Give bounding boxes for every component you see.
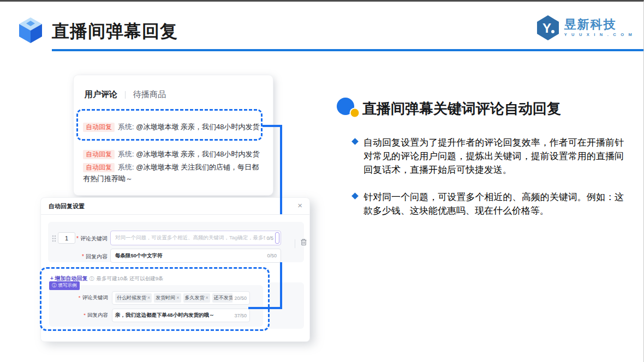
required-mark: * — [76, 236, 79, 242]
reply-input[interactable]: 每条限50个中文字符 0/50 — [110, 249, 281, 263]
title-underline — [52, 49, 644, 51]
feature-point: 自动回复设置为了提升作者的评论回复效率，作者可在开播前针对常见的评论用户问题，提… — [363, 136, 624, 177]
page-title: 直播间弹幕回复 — [52, 20, 178, 44]
page: 直播间弹幕回复 Y 昱新科技 Y U U X I N . C O M 用户评论 … — [0, 0, 644, 362]
tab-separator — [125, 91, 126, 99]
message-sender: 系统: — [118, 123, 134, 131]
example-keyword-label: *评论关键词 — [43, 294, 108, 301]
dialog-title: 自动回复设置 — [49, 202, 85, 210]
example-highlight-dashed-box: + 增加自动回复 ⓘ 最多可建10条 还可以创建9条 ⓘ 填写示例 *评论关键词… — [40, 267, 270, 331]
keyword-label: *评论关键词 — [50, 235, 108, 243]
diamond-bullet-icon — [351, 192, 359, 200]
required-mark: * — [82, 254, 84, 260]
reply-label: *回复内容 — [50, 253, 108, 261]
keyword-tag[interactable]: 发货时间× — [154, 293, 181, 303]
required-mark: * — [79, 294, 81, 300]
reply-counter: 0/50 — [267, 249, 277, 262]
message-sender: 系统: — [118, 163, 134, 171]
tag-close-icon[interactable]: × — [206, 295, 208, 300]
example-reply-value: 亲，我们这边都是下单48小时内发货的哦～ — [115, 312, 214, 319]
example-keyword-counter: 20/50 — [232, 292, 247, 304]
tag-close-icon[interactable]: × — [147, 295, 150, 300]
diamond-bullet-icon — [351, 138, 359, 145]
chat-message: 自动回复系统: @冰墩墩本墩 亲亲，我们48小时内发货 — [83, 121, 264, 132]
connector-line — [280, 262, 282, 309]
chat-message: 自动回复系统: @冰墩墩本墩 亲亲，我们48小时内发货 — [83, 148, 264, 160]
tab-pending-products[interactable]: 待播商品 — [133, 89, 166, 100]
brand-name: 昱新科技 — [564, 19, 634, 31]
auto-reply-badge: 自动回复 — [83, 150, 115, 159]
feature-heading: 直播间弹幕关键词评论自动回复 — [362, 99, 561, 118]
chat-bubbles-icon — [337, 98, 362, 122]
info-icon: ⓘ — [52, 282, 57, 289]
connector-line — [263, 125, 282, 127]
row-divider — [295, 239, 295, 248]
auto-reply-badge: 自动回复 — [83, 123, 115, 132]
chat-tabs: 用户评论 待播商品 — [85, 89, 166, 100]
required-mark: * — [84, 312, 86, 318]
svg-text:Y: Y — [542, 21, 551, 35]
info-icon: ⓘ — [90, 275, 94, 282]
example-reply-input[interactable]: 亲，我们这边都是下单48小时内发货的哦～ 37/50 — [112, 309, 250, 322]
cube-logo-icon — [18, 16, 43, 46]
dialog-divider — [41, 214, 309, 215]
tab-user-comments[interactable]: 用户评论 — [85, 89, 117, 100]
message-text: @冰墩墩本墩 亲亲，我们48小时内发货 — [136, 150, 259, 158]
connector-line — [248, 307, 282, 309]
auto-reply-badge: 自动回复 — [83, 163, 115, 172]
input-end-cap — [275, 232, 279, 244]
example-badge: ⓘ 填写示例 — [49, 281, 80, 290]
delete-rule-button[interactable] — [300, 238, 307, 248]
feature-point: 针对同一个问题，可设置多个相近的、高频的关键词。例如：这款多少钱、这块能优惠吗、… — [363, 190, 624, 218]
brand-domain: Y U U X I N . C O M — [564, 32, 634, 37]
brand-logo: Y 昱新科技 Y U U X I N . C O M — [535, 15, 634, 41]
keyword-tag[interactable]: 多久发货× — [183, 293, 210, 303]
close-icon[interactable]: × — [297, 200, 302, 212]
chat-card: 用户评论 待播商品 自动回复系统: @冰墩墩本墩 亲亲，我们48小时内发货 自动… — [74, 75, 273, 195]
keyword-tag[interactable]: 什么时候发货× — [115, 293, 152, 303]
keyword-input[interactable]: 对同一个问题，可设置多个相近、高频的关键词，Tag确定，最多5个 0/5 — [110, 231, 281, 245]
brand-hexagon-icon: Y — [535, 15, 560, 41]
rule-row-panel: 1 *评论关键词 对同一个问题，可设置多个相近、高频的关键词，Tag确定，最多5… — [48, 222, 304, 262]
tag-close-icon[interactable]: × — [176, 295, 179, 300]
example-reply-label: *回复内容 — [43, 312, 108, 319]
add-auto-reply-hint: 最多可建10条 还可以创建9条 — [97, 275, 164, 282]
reply-hint-text: 每条限50个中文字符 — [115, 252, 163, 260]
example-reply-counter: 37/50 — [232, 309, 247, 322]
keyword-counter: 0/5 — [266, 231, 273, 245]
connector-line — [280, 125, 282, 214]
chat-message: 自动回复系统: @冰墩墩本墩 关注我们的店铺，每日都有热门推荐呦～ — [83, 161, 264, 184]
message-sender: 系统: — [118, 150, 134, 158]
keyword-placeholder: 对同一个问题，可设置多个相近、高频的关键词，Tag确定，最多5个 — [115, 234, 265, 242]
example-keyword-input[interactable]: 什么时候发货× 发货时间× 多久发货× 还不发货× 20/50 — [112, 291, 250, 305]
message-text: @冰墩墩本墩 亲亲，我们48小时内发货 — [136, 123, 259, 131]
